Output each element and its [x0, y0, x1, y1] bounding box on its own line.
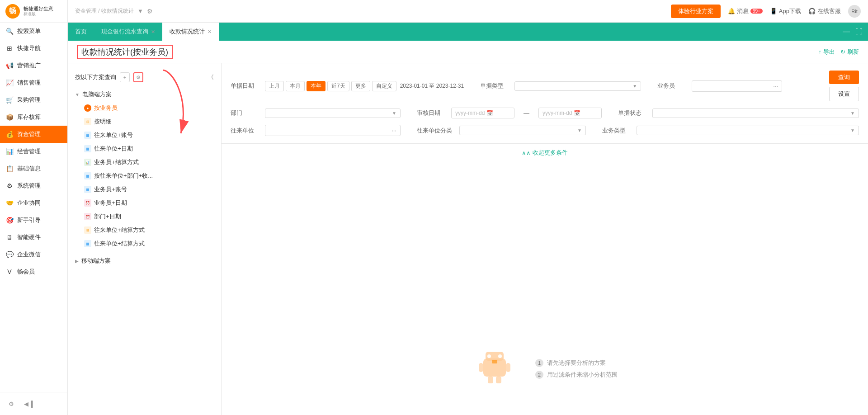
review-date-to[interactable]: yyyy-mm-dd 📅: [538, 108, 602, 118]
last-month-btn[interactable]: 上月: [265, 81, 284, 91]
tree-item-by-detail[interactable]: ⊞ 按明细: [68, 115, 221, 128]
empty-state: 1 请先选择要分析的方案 2 用过滤条件来缩小分析范围: [472, 343, 618, 388]
svg-point-2: [487, 354, 491, 358]
tree-item-partner-account[interactable]: ▦ 往来单位+账号: [68, 128, 221, 142]
dept-date-icon: ⏰: [84, 213, 91, 220]
trial-button[interactable]: 体验行业方案: [671, 5, 721, 18]
review-date-from[interactable]: yyyy-mm-dd 📅: [451, 108, 514, 118]
this-month-btn[interactable]: 本月: [286, 81, 305, 91]
partner-category-select[interactable]: ▼: [459, 126, 586, 135]
tree-item-salesman-account[interactable]: ▦ 业务员+账号: [68, 183, 221, 196]
more-date-btn[interactable]: 更多: [351, 81, 370, 91]
sidebar-item-member[interactable]: V 畅会员: [0, 263, 67, 280]
sidebar-item-hardware[interactable]: 🖥 智能硬件: [0, 229, 67, 246]
sidebar-item-system[interactable]: ⚙ 系统管理: [0, 177, 67, 194]
custom-date-btn[interactable]: 自定义: [372, 81, 396, 91]
doc-status-select[interactable]: ▼: [652, 108, 859, 118]
tab-maximize-btn[interactable]: ⛶: [855, 28, 863, 36]
tree-item-dept-date[interactable]: ⏰ 部门+日期: [68, 210, 221, 223]
sidebar-logo: 畅 畅捷通好生意 标准版: [0, 0, 67, 23]
calendar-icon: 📅: [486, 110, 493, 116]
logo-text: 畅捷通好生意 标准版: [24, 5, 53, 17]
basic-icon: 📋: [5, 165, 14, 173]
export-btn[interactable]: ↑ 导出: [819, 48, 835, 56]
user-avatar[interactable]: Rit: [848, 5, 861, 18]
partner-dots-btn[interactable]: ···: [392, 127, 396, 134]
svg-rect-4: [492, 360, 497, 363]
header-settings-icon[interactable]: ⚙: [147, 8, 153, 15]
online-service-btn[interactable]: 🎧 在线客服: [808, 7, 841, 15]
quick-nav-icon: ⊞: [5, 44, 14, 52]
notification-btn[interactable]: 🔔 消息 99+: [728, 7, 763, 15]
dept-select[interactable]: ▼: [265, 108, 401, 118]
tab-receivable-stats[interactable]: 收款情况统计 ✕: [162, 23, 219, 41]
refresh-btn[interactable]: ↻ 刷新: [840, 48, 859, 56]
filter-row-2: 部门 ▼ 审核日期 yyyy-mm-dd 📅 — yyyy-mm-dd: [231, 108, 859, 118]
page-wrapper: 收款情况统计(按业务员) ↑ 导出 ↻ 刷新 按以下方案查询 +: [68, 41, 868, 415]
sidebar-item-operation[interactable]: 📊 经营管理: [0, 143, 67, 160]
sidebar-item-quick-nav[interactable]: ⊞ 快捷导航: [0, 40, 67, 57]
tree-mobile-parent[interactable]: ▶ 移动端方案: [68, 254, 221, 268]
partner-select[interactable]: ···: [265, 125, 401, 136]
tree-item-salesman-date[interactable]: ⏰ 业务员+日期: [68, 196, 221, 210]
sidebar-item-enterprise[interactable]: 🤝 企业协同: [0, 194, 67, 212]
salesman-label: 业务员: [657, 82, 684, 90]
empty-tips: 1 请先选择要分析的方案 2 用过滤条件来缩小分析范围: [535, 359, 618, 388]
content-area: 1 请先选择要分析的方案 2 用过滤条件来缩小分析范围: [222, 161, 868, 415]
finance-icon: 💰: [5, 130, 14, 138]
tab-bank-flow-close[interactable]: ✕: [151, 29, 155, 35]
inventory-icon: 📦: [5, 113, 14, 121]
filter-row-1: 单据日期 上月 本月 本年 近7天 更多 自定义 2023-01-01 至 20: [231, 71, 859, 101]
tree-item-salesman-payment[interactable]: 📊 业务员+结算方式: [68, 156, 221, 169]
sidebar-item-sales[interactable]: 📈 销售管理: [0, 74, 67, 91]
settings-button[interactable]: 设置: [829, 87, 859, 101]
last-7days-btn[interactable]: 近7天: [327, 81, 349, 91]
dept-label: 部门: [231, 109, 258, 117]
doc-type-select[interactable]: ▼: [514, 81, 641, 91]
date-filter: 上月 本月 本年 近7天 更多 自定义 2023-01-01 至 2023-12…: [265, 81, 464, 91]
sidebar-item-basic[interactable]: 📋 基础信息: [0, 160, 67, 177]
sidebar-item-purchase[interactable]: 🛒 采购管理: [0, 91, 67, 108]
app-download-btn[interactable]: 📱 App下载: [770, 7, 801, 15]
sidebar-item-inventory[interactable]: 📦 库存核算: [0, 108, 67, 126]
scheme-settings-btn[interactable]: ⚙: [133, 72, 143, 82]
breadcrumb-dropdown-icon[interactable]: ▼: [137, 8, 143, 14]
salesman-select[interactable]: ···: [692, 80, 782, 92]
tab-home[interactable]: 首页: [68, 23, 94, 41]
top-header: 资金管理 / 收款情况统计 ▼ ⚙ 体验行业方案 🔔 消息 99+ 📱 App下…: [68, 0, 868, 23]
date-label: 单据日期: [231, 82, 258, 90]
collapse-bar[interactable]: ∧∧ 收起更多条件: [222, 144, 868, 161]
business-type-select[interactable]: ▼: [637, 126, 859, 135]
collapse-sidebar-btn[interactable]: ◀▐: [22, 397, 35, 410]
breadcrumb: 资金管理 / 收款情况统计: [75, 7, 134, 15]
sidebar-item-marketing[interactable]: 📢 营销推广: [0, 57, 67, 74]
this-year-btn[interactable]: 本年: [307, 81, 326, 91]
tree-item-partner-date[interactable]: ▦ 往来单位+日期: [68, 142, 221, 156]
tree-desktop-parent[interactable]: ▼ 电脑端方案: [68, 88, 221, 101]
svg-rect-8: [496, 377, 501, 383]
logo-icon: 畅: [5, 4, 20, 19]
filter-row-3: 往来单位 ··· 往来单位分类 ▼ 业务类型 ▼: [231, 125, 859, 136]
tree-item-partner-payment2[interactable]: ▦ 往来单位+结算方式: [68, 237, 221, 250]
sidebar-footer: ⚙ ◀▐: [0, 392, 67, 415]
tab-minimize-btn[interactable]: —: [843, 28, 850, 36]
enterprise-icon: 🤝: [5, 199, 14, 207]
tree-item-by-salesman[interactable]: ● 按业务员: [68, 101, 221, 115]
tree-item-partner-payment1[interactable]: ⊞ 往来单位+结算方式: [68, 223, 221, 237]
settings-footer-btn[interactable]: ⚙: [5, 397, 18, 410]
tree-item-partner-dept[interactable]: ▦ 按往来单位+部门+收...: [68, 169, 221, 183]
sidebar-item-wechat[interactable]: 💬 企业微信: [0, 246, 67, 263]
page-title-bar: 收款情况统计(按业务员) ↑ 导出 ↻ 刷新: [68, 41, 868, 63]
tab-receivable-stats-close[interactable]: ✕: [208, 29, 212, 35]
marketing-icon: 📢: [5, 61, 14, 70]
panel-collapse-btn[interactable]: 《: [208, 73, 214, 81]
tip-item-2: 2 用过滤条件来缩小分析范围: [535, 371, 618, 379]
sidebar-item-guide[interactable]: 🎯 新手引导: [0, 212, 67, 229]
add-scheme-btn[interactable]: +: [120, 72, 130, 82]
search-menu-item[interactable]: 🔍 搜索菜单: [0, 23, 67, 40]
query-button[interactable]: 查询: [829, 71, 859, 84]
system-icon: ⚙: [5, 182, 14, 190]
business-type-label: 业务类型: [602, 127, 629, 135]
sidebar-item-finance[interactable]: 💰 资金管理: [0, 126, 67, 143]
tab-bank-flow[interactable]: 现金银行流水查询 ✕: [94, 23, 162, 41]
